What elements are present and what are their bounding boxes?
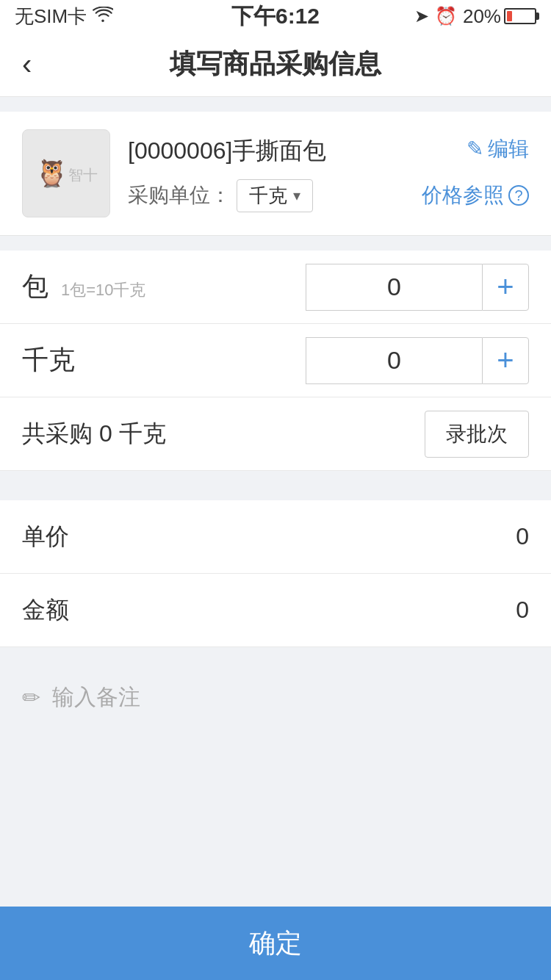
amount-row: 金额 0 xyxy=(0,574,551,647)
back-icon: ‹ xyxy=(22,48,32,81)
unit-price-row: 单价 0 xyxy=(0,500,551,574)
battery-percent: 20% xyxy=(463,5,501,28)
edit-button[interactable]: ✎ 编辑 xyxy=(467,135,529,163)
summary-text: 共采购 0 千克 xyxy=(22,418,166,450)
kg-plus-button[interactable]: + xyxy=(482,337,529,384)
kg-controls: 0 + xyxy=(154,337,529,384)
confirm-button[interactable]: 确定 xyxy=(0,907,551,980)
owl-icon: 🦉 xyxy=(35,158,68,189)
section-divider-2 xyxy=(0,471,551,486)
status-left: 无SIM卡 xyxy=(15,4,113,29)
amount-value: 0 xyxy=(516,597,529,624)
price-section: 单价 0 金额 0 xyxy=(0,500,551,647)
nav-title: 填写商品采购信息 xyxy=(170,46,381,82)
note-placeholder: 输入备注 xyxy=(52,682,140,713)
battery-fill xyxy=(507,11,512,21)
carrier-text: 无SIM卡 xyxy=(15,4,87,29)
product-card: 🦉 智十 [0000006]手撕面包 ✎ 编辑 采购单位： 千克 ▾ xyxy=(0,112,551,236)
battery-box xyxy=(504,8,536,24)
product-info: [0000006]手撕面包 ✎ 编辑 采购单位： 千克 ▾ 价格参照 ? xyxy=(128,135,529,212)
status-right: ➤ ⏰ 20% xyxy=(414,5,536,28)
product-image: 🦉 智十 xyxy=(22,129,110,217)
amount-label: 金额 xyxy=(22,594,69,627)
price-ref-button[interactable]: 价格参照 ? xyxy=(422,181,529,209)
kg-label-group: 千克 xyxy=(22,342,154,378)
location-icon: ➤ xyxy=(414,6,429,26)
price-ref-label: 价格参照 xyxy=(422,181,504,209)
status-time: 下午6:12 xyxy=(231,1,320,32)
pack-sub-label: 1包=10千克 xyxy=(61,281,146,299)
summary-row: 共采购 0 千克 录批次 xyxy=(0,397,551,471)
unit-price-value: 0 xyxy=(516,523,529,550)
product-name-row: [0000006]手撕面包 ✎ 编辑 xyxy=(128,135,529,167)
kg-input-row: 千克 0 + xyxy=(0,324,551,397)
unit-value: 千克 xyxy=(249,183,287,209)
unit-label: 采购单位： xyxy=(128,181,231,209)
pack-label: 包 xyxy=(22,271,48,301)
battery-indicator: 20% xyxy=(463,5,536,28)
pack-qty-value: 0 xyxy=(387,273,401,301)
note-section[interactable]: ✏ 输入备注 xyxy=(0,662,551,733)
kg-label: 千克 xyxy=(22,345,75,375)
section-divider-1 xyxy=(0,236,551,251)
pack-plus-button[interactable]: + xyxy=(482,264,529,311)
batch-button[interactable]: 录批次 xyxy=(425,411,529,458)
pack-qty-input[interactable]: 0 xyxy=(306,264,482,311)
kg-qty-box: 0 + xyxy=(306,337,529,384)
price-ref-info-icon: ? xyxy=(508,185,529,206)
pack-qty-box: 0 + xyxy=(306,264,529,311)
alarm-icon: ⏰ xyxy=(435,6,457,26)
pack-controls: 0 + xyxy=(154,264,529,311)
pencil-icon: ✏ xyxy=(22,685,40,710)
owl-text: 智十 xyxy=(68,165,98,185)
status-bar: 无SIM卡 下午6:12 ➤ ⏰ 20% xyxy=(0,0,551,32)
back-button[interactable]: ‹ xyxy=(22,48,32,81)
input-section: 包 1包=10千克 0 + 千克 0 xyxy=(0,251,551,397)
wifi-icon xyxy=(93,5,113,28)
chevron-down-icon: ▾ xyxy=(293,187,300,204)
unit-select[interactable]: 千克 ▾ xyxy=(237,179,313,212)
pack-label-group: 包 1包=10千克 xyxy=(22,269,154,305)
nav-bar: ‹ 填写商品采购信息 xyxy=(0,32,551,97)
unit-row: 采购单位： 千克 ▾ 价格参照 ? xyxy=(128,179,529,212)
kg-qty-input[interactable]: 0 xyxy=(306,337,482,384)
unit-selector-group: 采购单位： 千克 ▾ xyxy=(128,179,313,212)
edit-label: 编辑 xyxy=(488,135,529,163)
product-name: [0000006]手撕面包 xyxy=(128,135,326,167)
edit-icon: ✎ xyxy=(467,137,483,161)
unit-price-label: 单价 xyxy=(22,521,69,553)
pack-input-row: 包 1包=10千克 0 + xyxy=(0,251,551,324)
kg-qty-value: 0 xyxy=(387,346,401,375)
